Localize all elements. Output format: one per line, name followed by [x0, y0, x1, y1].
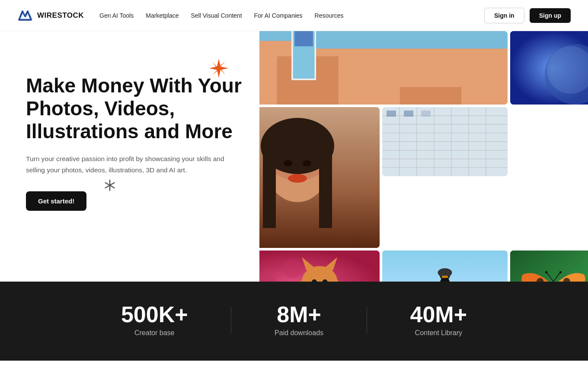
brand-name: WIRESTOCK	[37, 11, 84, 20]
svg-rect-72	[442, 276, 448, 278]
svg-rect-43	[421, 111, 431, 117]
get-started-button[interactable]: Get started!	[26, 191, 86, 211]
navbar: WIRESTOCK Gen AI Tools Marketplace Sell …	[0, 0, 588, 31]
hero-subtitle: Turn your creative passion into profit b…	[26, 153, 242, 176]
image-cat	[259, 251, 380, 282]
stats-bar: 500K+ Creator base 8M+ Paid downloads 40…	[0, 282, 588, 361]
starburst-icon	[208, 57, 230, 79]
svg-rect-22	[319, 150, 332, 228]
hero-image-grid	[259, 31, 588, 282]
star-decoration-icon	[208, 57, 230, 83]
svg-rect-42	[404, 111, 413, 117]
nav-link-gen-ai-tools[interactable]: Gen AI Tools	[99, 12, 134, 19]
stat-divider-2	[367, 307, 367, 333]
image-grid-container	[259, 31, 588, 282]
nav-link-for-ai-companies[interactable]: For AI Companies	[254, 12, 303, 19]
image-woman	[259, 107, 380, 248]
stat-number-paid-downloads: 8M+	[277, 303, 321, 326]
asterisk-decoration-icon	[104, 179, 116, 193]
stat-number-content-library: 40M+	[410, 303, 467, 326]
nav-link-marketplace[interactable]: Marketplace	[146, 12, 179, 19]
stat-divider-1	[231, 307, 231, 333]
logo-icon	[17, 8, 33, 23]
stat-label-creator-base: Creator base	[134, 329, 175, 337]
nav-left: WIRESTOCK Gen AI Tools Marketplace Sell …	[17, 8, 344, 23]
image-stairs	[259, 31, 508, 105]
nav-link-sell-visual-content[interactable]: Sell Visual Content	[191, 12, 242, 19]
stat-paid-downloads: 8M+ Paid downloads	[275, 303, 323, 337]
svg-point-71	[438, 268, 452, 277]
hero-section: Make Money With Your Photos, Videos, Ill…	[0, 31, 588, 282]
svg-point-25	[288, 174, 307, 183]
hero-content: Make Money With Your Photos, Videos, Ill…	[0, 31, 259, 228]
stat-label-content-library: Content Library	[415, 329, 462, 337]
signin-button[interactable]: Sign in	[484, 8, 524, 23]
svg-point-82	[559, 271, 562, 273]
svg-point-23	[284, 160, 292, 166]
stat-label-paid-downloads: Paid downloads	[275, 329, 323, 337]
nav-links: Gen AI Tools Marketplace Sell Visual Con…	[99, 12, 343, 19]
svg-point-80	[545, 271, 547, 273]
nav-right: Sign in Sign up	[484, 8, 571, 23]
svg-rect-41	[387, 111, 396, 117]
hero-title: Make Money With Your Photos, Videos, Ill…	[26, 74, 242, 143]
stats-inner: 500K+ Creator base 8M+ Paid downloads 40…	[99, 303, 489, 337]
stat-number-creator-base: 500K+	[121, 303, 188, 326]
stat-content-library: 40M+ Content Library	[410, 303, 467, 337]
image-blue	[510, 31, 588, 105]
stat-creator-base: 500K+ Creator base	[121, 303, 188, 337]
signup-button[interactable]: Sign up	[530, 8, 571, 23]
svg-point-24	[303, 160, 311, 166]
svg-point-48	[283, 258, 303, 278]
image-cyclist	[382, 251, 508, 282]
svg-rect-21	[263, 150, 276, 228]
image-building	[382, 107, 508, 176]
nav-link-resources[interactable]: Resources	[315, 12, 344, 19]
logo[interactable]: WIRESTOCK	[17, 8, 84, 23]
image-butterfly	[510, 251, 588, 282]
asterisk-icon	[104, 179, 116, 191]
